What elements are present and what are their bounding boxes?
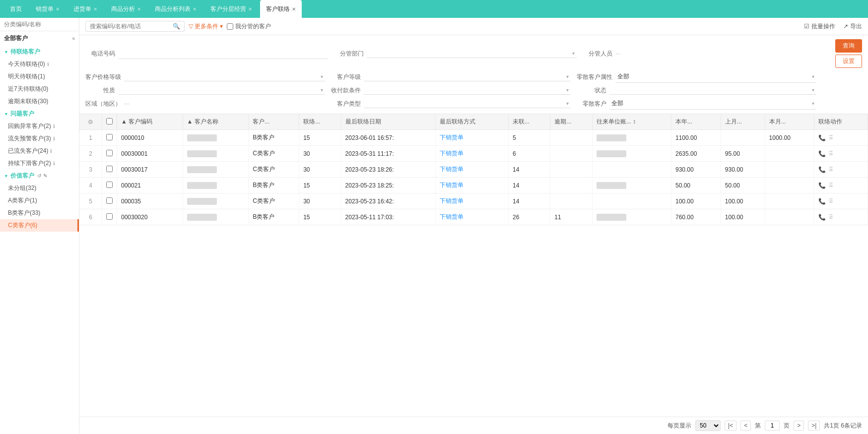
col-checkbox xyxy=(102,114,117,130)
row-this-month-2 xyxy=(765,146,814,162)
my-customers-checkbox[interactable] xyxy=(227,23,233,30)
price-level-select[interactable]: ▾ xyxy=(124,72,325,81)
group-value-customers[interactable]: 价值客户 ↺ ✎ xyxy=(0,170,79,182)
close-purchase-tab[interactable]: ✕ xyxy=(93,6,97,12)
export-btn[interactable]: ↗ 导出 xyxy=(843,22,862,31)
manager-dots[interactable]: ··· xyxy=(615,50,620,57)
row-last-month-5: 100.00 xyxy=(721,193,765,209)
row-num-2: 2 xyxy=(79,146,102,162)
row-code-6: 00030020 xyxy=(117,209,183,225)
row-contact-6: 15 xyxy=(299,209,341,225)
more-conditions-btn[interactable]: ▽ 更多条件 ▾ xyxy=(189,22,223,31)
table-footer: 每页显示 50 100 |< < 第 页 > >| 共1页 6条记录 xyxy=(79,417,868,434)
row-select-5[interactable] xyxy=(106,197,113,204)
search-input[interactable] xyxy=(90,23,173,30)
first-page-btn[interactable]: |< xyxy=(725,421,736,431)
more-icon-3[interactable]: ⠿ xyxy=(829,166,833,173)
phone-input[interactable] xyxy=(118,49,328,59)
sidebar-item-warning[interactable]: 流失预警客户(3) ℹ xyxy=(0,132,79,145)
sidebar-item-lost[interactable]: 已流失客户(24) ℹ xyxy=(0,145,79,157)
table-row: 3 00030017 blurred5 C类客户 30 2023-05-23 1… xyxy=(79,162,868,178)
phone-icon-3[interactable]: 📞 xyxy=(818,166,826,173)
row-code-1: 0000010 xyxy=(117,130,183,146)
row-select-4[interactable] xyxy=(106,182,113,188)
info-icon: ℹ xyxy=(47,62,49,67)
row-method-link-5[interactable]: 下销货单 xyxy=(440,197,464,204)
more-icon-2[interactable]: ⠿ xyxy=(829,150,833,157)
customer-type-select[interactable]: ▾ xyxy=(364,99,571,108)
row-select-6[interactable] xyxy=(106,213,113,220)
prev-page-btn[interactable]: < xyxy=(740,421,751,431)
phone-icon-1[interactable]: 📞 xyxy=(818,134,826,141)
row-method-link-6[interactable]: 下销货单 xyxy=(440,213,464,220)
tab-customer-segment[interactable]: 客户分层经营 ✕ xyxy=(204,0,258,18)
tab-home[interactable]: 首页 xyxy=(4,0,28,18)
payment-select[interactable]: ▾ xyxy=(364,86,571,95)
row-overdue-5 xyxy=(550,193,592,209)
tab-analysis[interactable]: 商品分析 ✕ xyxy=(105,0,147,18)
query-button[interactable]: 查询 xyxy=(835,39,862,53)
sidebar-item-tomorrow[interactable]: 明天待联络(1) xyxy=(0,70,79,83)
row-select-1[interactable] xyxy=(106,134,113,140)
batch-ops-btn[interactable]: ☑ 批量操作 xyxy=(804,22,835,31)
sidebar-item-abnormal[interactable]: 回购异常客户(2) ℹ xyxy=(0,120,79,132)
sidebar-item-class-c[interactable]: C类客户(6) xyxy=(0,219,79,232)
search-icon[interactable]: 🔍 xyxy=(173,23,180,30)
select-all-checkbox[interactable] xyxy=(106,118,113,124)
row-method-link-1[interactable]: 下销货单 xyxy=(440,134,464,141)
phone-icon-5[interactable]: 📞 xyxy=(818,198,826,205)
tab-customer-contact[interactable]: 客户联络 ✕ xyxy=(260,0,302,18)
row-method-link-3[interactable]: 下销货单 xyxy=(440,166,464,173)
sidebar-item-class-a[interactable]: A类客户(1) xyxy=(0,194,79,207)
close-sales-tab[interactable]: ✕ xyxy=(56,6,60,12)
close-contact-tab[interactable]: ✕ xyxy=(292,6,296,12)
page-size-select[interactable]: 50 100 xyxy=(695,420,721,431)
row-contact-4: 15 xyxy=(299,178,341,193)
row-overdue-6: 11 xyxy=(550,209,592,225)
tab-purchase[interactable]: 进货单 ✕ xyxy=(67,0,103,18)
set-button[interactable]: 设置 xyxy=(835,55,862,68)
last-page-btn[interactable]: >| xyxy=(808,421,820,431)
more-icon-1[interactable]: ⠿ xyxy=(829,134,833,141)
tab-analysis-list[interactable]: 商品分析列表 ✕ xyxy=(149,0,202,18)
sidebar-item-overdue[interactable]: 逾期未联络(30) xyxy=(0,95,79,108)
row-method-link-4[interactable]: 下销货单 xyxy=(440,182,464,188)
sidebar-item-class-b[interactable]: B类客户(33) xyxy=(0,207,79,219)
more-icon-5[interactable]: ⠿ xyxy=(829,198,833,205)
close-segment-tab[interactable]: ✕ xyxy=(248,6,252,12)
phone-icon-6[interactable]: 📞 xyxy=(818,214,826,221)
close-analysis-list-tab[interactable]: ✕ xyxy=(193,6,197,12)
row-last-date-6: 2023-05-11 17:03: xyxy=(341,209,435,225)
group-problem-customers[interactable]: 问题客户 xyxy=(0,108,79,120)
phone-icon-4[interactable]: 📞 xyxy=(818,182,826,189)
row-method-link-2[interactable]: 下销货单 xyxy=(440,150,464,157)
retail-attr-select[interactable]: 全部 ▾ xyxy=(615,71,816,83)
row-last-month-6: 100.00 xyxy=(721,209,765,225)
status-select[interactable]: ▾ xyxy=(609,86,816,95)
sidebar-item-today[interactable]: 今天待联络(0) ℹ xyxy=(0,58,79,70)
sidebar-item-7days[interactable]: 近7天待联络(0) xyxy=(0,83,79,95)
row-checkbox-1 xyxy=(102,130,117,146)
sidebar-item-unclassified[interactable]: 未分组(32) xyxy=(0,182,79,194)
filter-nature: 性质 ▾ xyxy=(85,86,325,95)
sidebar-search-input[interactable] xyxy=(4,21,78,28)
sidebar-item-declining[interactable]: 持续下滑客户(2) ℹ xyxy=(0,157,79,170)
more-icon-4[interactable]: ⠿ xyxy=(829,182,833,189)
more-icon-6[interactable]: ⠿ xyxy=(829,214,833,221)
all-customers-header[interactable]: 全部客户 « xyxy=(0,31,79,46)
nature-select[interactable]: ▾ xyxy=(118,86,325,95)
settings-icon[interactable]: ⚙ xyxy=(88,119,93,125)
next-page-btn[interactable]: > xyxy=(794,421,804,431)
region-dots[interactable]: ··· xyxy=(124,100,129,107)
table-row: 5 000035 blurred8 C类客户 30 2023-05-23 16:… xyxy=(79,193,868,209)
customer-level-select[interactable]: ▾ xyxy=(364,72,571,81)
phone-icon-2[interactable]: 📞 xyxy=(818,150,826,157)
row-select-3[interactable] xyxy=(106,166,113,172)
close-analysis-tab[interactable]: ✕ xyxy=(137,6,141,12)
retail-customer-select[interactable]: 全部 ▾ xyxy=(609,98,816,110)
row-select-2[interactable] xyxy=(106,150,113,156)
tab-sales[interactable]: 销货单 ✕ xyxy=(30,0,66,18)
dept-select[interactable]: ▾ xyxy=(367,49,577,58)
page-input[interactable] xyxy=(765,421,780,431)
group-pending-contact[interactable]: 待联络客户 xyxy=(0,46,79,58)
